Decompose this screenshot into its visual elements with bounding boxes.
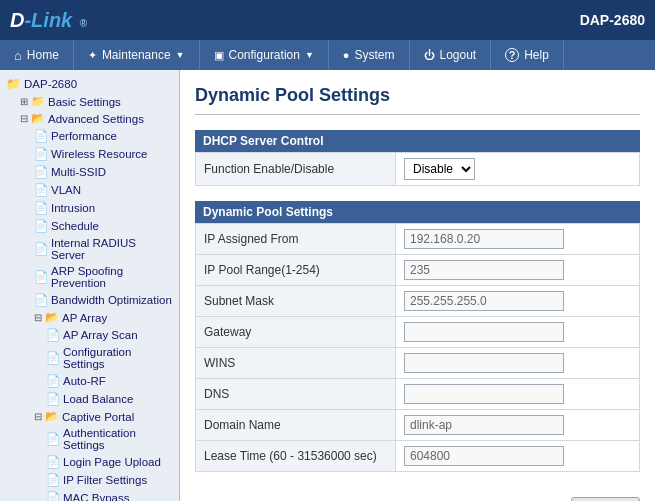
doc-icon14: 📄 [46,432,60,446]
folder-icon5: 📂 [45,410,59,423]
ip-assigned-input[interactable] [404,229,564,249]
sidebar-item-ap-array[interactable]: ⊟ 📂 AP Array [0,309,179,326]
sidebar-root-label: DAP-2680 [24,78,77,90]
nav-configuration[interactable]: ▣ Configuration ▼ [200,40,329,70]
sidebar-item-schedule[interactable]: 📄 Schedule [0,217,179,235]
folder-icon: 📁 [6,77,21,91]
sidebar-login-label: Login Page Upload [63,456,161,468]
sidebar-item-bandwidth[interactable]: 📄 Bandwidth Optimization [0,291,179,309]
sidebar-item-basic-settings[interactable]: ⊞ 📁 Basic Settings [0,93,179,110]
minus-icon: ⊟ [20,113,28,124]
sidebar-config-label: Configuration Settings [63,346,173,370]
minus-icon2: ⊟ [34,312,42,323]
doc-icon6: 📄 [34,219,48,233]
sidebar-item-ip-filter[interactable]: 📄 IP Filter Settings [0,471,179,489]
sidebar: 📁 DAP-2680 ⊞ 📁 Basic Settings ⊟ 📂 Advanc… [0,70,180,501]
main-layout: 📁 DAP-2680 ⊞ 📁 Basic Settings ⊟ 📂 Advanc… [0,70,655,501]
dns-input[interactable] [404,384,564,404]
chevron-down-icon: ▼ [176,50,185,60]
sidebar-item-login-upload[interactable]: 📄 Login Page Upload [0,453,179,471]
sidebar-item-advanced-settings[interactable]: ⊟ 📂 Advanced Settings [0,110,179,127]
sidebar-item-multi-ssid[interactable]: 📄 Multi-SSID [0,163,179,181]
sidebar-basic-label: Basic Settings [48,96,121,108]
doc-icon3: 📄 [34,165,48,179]
sidebar-macbypass-label: MAC Bypass [63,492,129,501]
gateway-input[interactable] [404,322,564,342]
sidebar-item-captive-portal[interactable]: ⊟ 📂 Captive Portal [0,408,179,425]
function-label: Function Enable/Disable [196,153,396,186]
sidebar-item-auto-rf[interactable]: 📄 Auto-RF [0,372,179,390]
navbar: ⌂ Home ✦ Maintenance ▼ ▣ Configuration ▼… [0,40,655,70]
sidebar-ipfilter-label: IP Filter Settings [63,474,147,486]
sidebar-item-mac-bypass[interactable]: 📄 MAC Bypass [0,489,179,501]
sidebar-item-radius[interactable]: 📄 Internal RADIUS Server [0,235,179,263]
sidebar-item-performance[interactable]: 📄 Performance [0,127,179,145]
nav-logout-label: Logout [440,48,477,62]
table-row: Lease Time (60 - 31536000 sec) [196,441,640,472]
lease-time-input[interactable] [404,446,564,466]
sidebar-loadbal-label: Load Balance [63,393,133,405]
field-label-0: IP Assigned From [196,224,396,255]
sidebar-item-auth-settings[interactable]: 📄 Authentication Settings [0,425,179,453]
field-label-2: Subnet Mask [196,286,396,317]
sidebar-item-wireless-resource[interactable]: 📄 Wireless Resource [0,145,179,163]
function-select[interactable]: Disable Enable [404,158,475,180]
doc-icon17: 📄 [46,491,60,501]
table-row: WINS [196,348,640,379]
doc-icon5: 📄 [34,201,48,215]
wrench-icon: ✦ [88,49,97,62]
doc-icon2: 📄 [34,147,48,161]
nav-system-label: System [354,48,394,62]
ip-pool-range-input[interactable] [404,260,564,280]
field-label-6: Domain Name [196,410,396,441]
sidebar-item-vlan[interactable]: 📄 VLAN [0,181,179,199]
nav-help[interactable]: ? Help [491,40,564,70]
wins-input[interactable] [404,353,564,373]
nav-home[interactable]: ⌂ Home [0,40,74,70]
doc-icon: 📄 [34,129,48,143]
sidebar-root[interactable]: 📁 DAP-2680 [0,75,179,93]
sidebar-intrusion-label: Intrusion [51,202,95,214]
folder-icon3: 📂 [31,112,45,125]
nav-maintenance-label: Maintenance [102,48,171,62]
plus-icon: ⊞ [20,96,28,107]
sidebar-apscan-label: AP Array Scan [63,329,138,341]
save-button[interactable]: Save [571,497,640,501]
domain-name-input[interactable] [404,415,564,435]
table-row: DNS [196,379,640,410]
sidebar-item-ap-scan[interactable]: 📄 AP Array Scan [0,326,179,344]
function-row: Function Enable/Disable Disable Enable [196,153,640,186]
field-value-0 [396,224,640,255]
folder-icon4: 📂 [45,311,59,324]
power-icon: ⏻ [424,49,435,61]
nav-system[interactable]: ● System [329,40,410,70]
doc-icon4: 📄 [34,183,48,197]
nav-home-label: Home [27,48,59,62]
doc-icon9: 📄 [34,293,48,307]
header: D-Link ® DAP-2680 [0,0,655,40]
nav-maintenance[interactable]: ✦ Maintenance ▼ [74,40,200,70]
content-area: Dynamic Pool Settings DHCP Server Contro… [180,70,655,501]
field-value-5 [396,379,640,410]
help-icon: ? [505,48,519,62]
sidebar-item-intrusion[interactable]: 📄 Intrusion [0,199,179,217]
doc-icon11: 📄 [46,351,60,365]
sidebar-item-arp[interactable]: 📄 ARP Spoofing Prevention [0,263,179,291]
sidebar-captive-label: Captive Portal [62,411,134,423]
sidebar-performance-label: Performance [51,130,117,142]
doc-icon13: 📄 [46,392,60,406]
function-value-cell: Disable Enable [396,153,640,186]
doc-icon16: 📄 [46,473,60,487]
nav-logout[interactable]: ⏻ Logout [410,40,492,70]
table-row: Domain Name [196,410,640,441]
model-label: DAP-2680 [580,12,645,28]
save-row: Save [195,487,640,497]
table-row: IP Assigned From [196,224,640,255]
sidebar-item-config-settings[interactable]: 📄 Configuration Settings [0,344,179,372]
field-value-3 [396,317,640,348]
sidebar-item-load-balance[interactable]: 📄 Load Balance [0,390,179,408]
sidebar-wireless-label: Wireless Resource [51,148,148,160]
table-row: Subnet Mask [196,286,640,317]
field-value-1 [396,255,640,286]
subnet-mask-input[interactable] [404,291,564,311]
